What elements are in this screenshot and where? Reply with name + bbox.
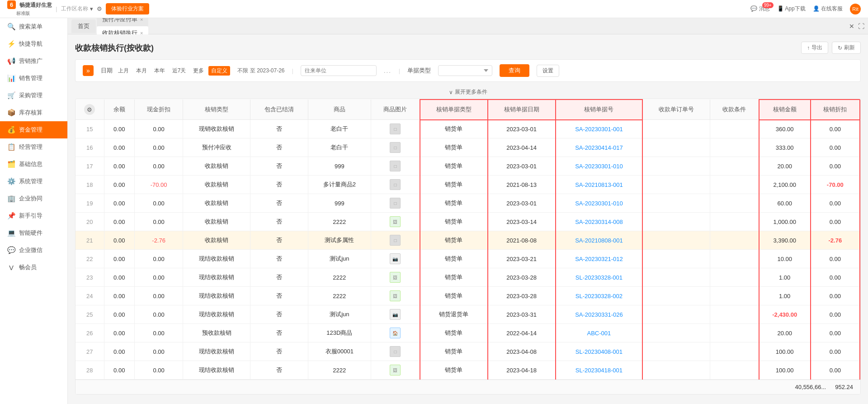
solution-btn[interactable]: 体验行业方案: [106, 3, 149, 14]
sidebar-item-wechat[interactable]: 💬企业微信: [0, 242, 67, 259]
sidebar-item-system[interactable]: ⚙️系统管理: [0, 173, 67, 190]
td-product: 2222: [308, 287, 371, 305]
filter-more-icon[interactable]: ...: [384, 67, 392, 74]
td-verify-discount: 0.00: [811, 361, 860, 380]
workspace-dropdown[interactable]: 工作区名称 ▾: [61, 5, 93, 13]
filter-settings-btn[interactable]: 设置: [537, 65, 559, 77]
date-opt-custom[interactable]: 自定义: [208, 66, 230, 76]
sidebar-item-search[interactable]: 🔍搜索菜单: [0, 18, 67, 35]
td-verify-discount: 0.00: [811, 287, 860, 305]
td-voucher-date: 2023-04-14: [488, 138, 556, 157]
sidebar-item-purchase[interactable]: 🛒采购管理: [0, 87, 67, 104]
column-settings-icon[interactable]: ⚙: [84, 104, 95, 115]
td-balance: 0.00: [104, 213, 134, 231]
sidebar-item-shortcuts[interactable]: ⚡快捷导航: [0, 35, 67, 52]
td-receipt-condition: [710, 194, 759, 213]
table-row: 16 0.00 0.00 预付冲应收 否 老白干 □ 销货单 2023-04-1…: [75, 138, 860, 157]
td-included-settled: 否: [250, 287, 308, 305]
export-btn[interactable]: ↑ 导出: [801, 42, 828, 54]
refresh-btn[interactable]: ↻ 刷新: [832, 42, 861, 54]
sidebar-item-finance[interactable]: 💰资金管理: [0, 121, 67, 138]
td-voucher-no: SA-20230301-010: [556, 157, 643, 176]
sidebar-item-guide[interactable]: 📌新手引导: [0, 207, 67, 224]
td-voucher-no: SL-20230328-002: [556, 287, 643, 305]
message-btn[interactable]: 💬 消息 99+: [750, 5, 769, 13]
td-verify-discount: 0.00: [811, 342, 860, 361]
page-actions: ↑ 导出 ↻ 刷新: [801, 42, 861, 54]
product-image: 🖼: [390, 272, 401, 283]
date-opt-this-year[interactable]: 本年: [151, 66, 168, 76]
td-included-settled: 否: [250, 324, 308, 342]
filter-toggle-btn[interactable]: »: [83, 65, 94, 76]
td-no: 17: [75, 157, 104, 176]
date-opt-last-7-days[interactable]: 近7天: [170, 66, 189, 76]
th-product-image: 商品图片: [371, 100, 420, 120]
td-verify-amount: 1,000.00: [759, 213, 811, 231]
td-product: 2222: [308, 213, 371, 231]
td-included-settled: 否: [250, 268, 308, 287]
tab-prepay[interactable]: 预付冲应付单×: [97, 18, 148, 26]
app-download-btn[interactable]: 📱 App下载: [777, 5, 806, 13]
tab-close-all-icon[interactable]: ✕: [849, 23, 854, 30]
settings-gear-icon[interactable]: ⚙: [97, 5, 102, 12]
table-row: 17 0.00 0.00 收款核销 否 999 □ 销货单 2023-03-01…: [75, 157, 860, 176]
td-voucher-date: 2023-03-01: [488, 120, 556, 138]
th-receipt-condition: 收款条件: [710, 100, 759, 120]
td-verify-type: 收款核销: [183, 157, 250, 176]
td-voucher-type: 销货单: [420, 287, 488, 305]
td-balance: 0.00: [104, 361, 134, 380]
sidebar-item-enterprise[interactable]: 🏢企业协同: [0, 190, 67, 207]
sidebar-icon-finance: 💰: [7, 126, 15, 134]
td-no: 20: [75, 213, 104, 231]
td-verify-discount: 0.00: [811, 305, 860, 324]
sidebar-item-basic[interactable]: 🗂️基础信息: [0, 156, 67, 173]
td-voucher-no: SA-20230321-012: [556, 250, 643, 268]
td-balance: 0.00: [104, 268, 134, 287]
td-product: 2222: [308, 361, 371, 380]
sidebar-item-sales[interactable]: 📊销售管理: [0, 70, 67, 87]
tab-home[interactable]: 首页: [71, 19, 96, 33]
online-service-btn[interactable]: 👤 在线客服: [813, 5, 843, 13]
td-voucher-date: 2023-03-28: [488, 268, 556, 287]
td-voucher-type: 销货单: [420, 361, 488, 380]
td-verify-type: 现结收款核销: [183, 250, 250, 268]
table-row: 27 0.00 0.00 现结收款核销 否 衣服00001 □ 销货单 2023…: [75, 342, 860, 361]
td-product-image: □: [371, 138, 420, 157]
td-balance: 0.00: [104, 250, 134, 268]
td-cash-discount: 0.00: [134, 324, 183, 342]
user-avatar[interactable]: Rit: [850, 4, 861, 14]
sidebar-item-operations[interactable]: 📋经营管理: [0, 138, 67, 156]
td-voucher-no: SA-20210808-001: [556, 231, 643, 250]
date-opt-more[interactable]: 更多: [190, 66, 207, 76]
product-image: □: [390, 161, 401, 171]
sidebar-item-hardware[interactable]: 💻智能硬件: [0, 224, 67, 242]
tab-expand-icon[interactable]: ⛶: [858, 23, 864, 30]
td-receipt-condition: [710, 231, 759, 250]
td-balance: 0.00: [104, 157, 134, 176]
sidebar-item-marketing[interactable]: 📢营销推广: [0, 52, 67, 70]
td-receipt-order-no: [642, 342, 710, 361]
expand-more-btn[interactable]: ∨ 展开更多条件: [75, 86, 861, 99]
td-receipt-order-no: [642, 157, 710, 176]
partner-input[interactable]: [301, 65, 377, 76]
td-voucher-type: 销货单: [420, 213, 488, 231]
sidebar-item-inventory[interactable]: 📦库存核算: [0, 104, 67, 121]
sidebar-label-search: 搜索菜单: [19, 23, 42, 31]
th-cash-discount: 现金折扣: [134, 100, 183, 120]
date-opt-last-month[interactable]: 上月: [115, 66, 132, 76]
td-no: 22: [75, 250, 104, 268]
tab-close-prepay[interactable]: ×: [140, 18, 143, 22]
sidebar-item-vip[interactable]: V畅会员: [0, 259, 67, 276]
td-voucher-no: SA-20210813-001: [556, 176, 643, 194]
td-receipt-order-no: [642, 120, 710, 138]
main-content: 首页 预付冲应付单×收款核销执行× ✕ ⛶ 收款核销执行(按收款) ↑ 导出: [68, 18, 868, 404]
table-row: 25 0.00 0.00 现结收款核销 否 测试jun 📷 销货退货单 2023…: [75, 305, 860, 324]
doc-type-select[interactable]: [438, 65, 492, 76]
td-voucher-type: 销货单: [420, 342, 488, 361]
th-settings[interactable]: ⚙: [75, 100, 104, 120]
td-voucher-date: 2023-03-01: [488, 194, 556, 213]
query-btn[interactable]: 查询: [500, 64, 529, 77]
date-opt-this-month[interactable]: 本月: [133, 66, 150, 76]
table-row: 22 0.00 0.00 现结收款核销 否 测试jun 📷 销货单 2023-0…: [75, 250, 860, 268]
td-cash-discount: 0.00: [134, 268, 183, 287]
